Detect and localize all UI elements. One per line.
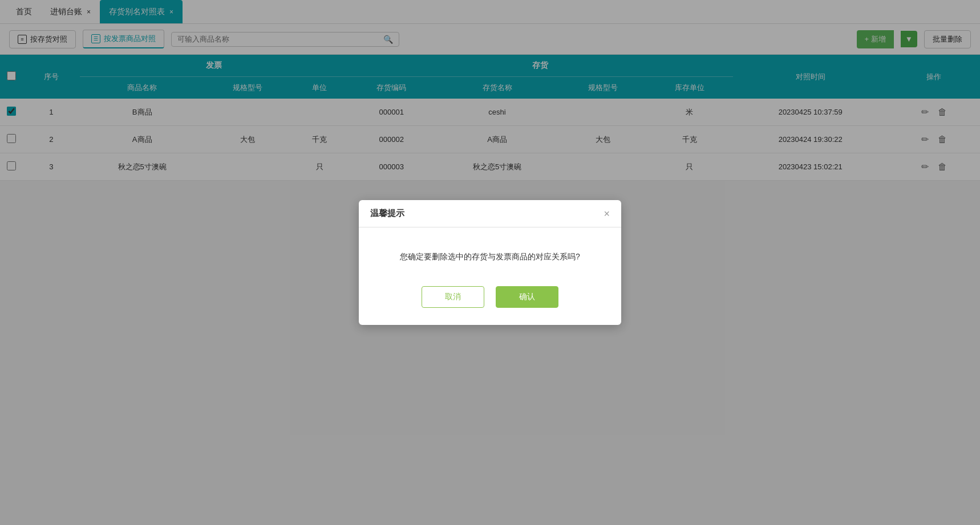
- modal-overlay: 温馨提示 × 您确定要删除选中的存货与发票商品的对应关系吗? 取消 确认: [0, 0, 980, 181]
